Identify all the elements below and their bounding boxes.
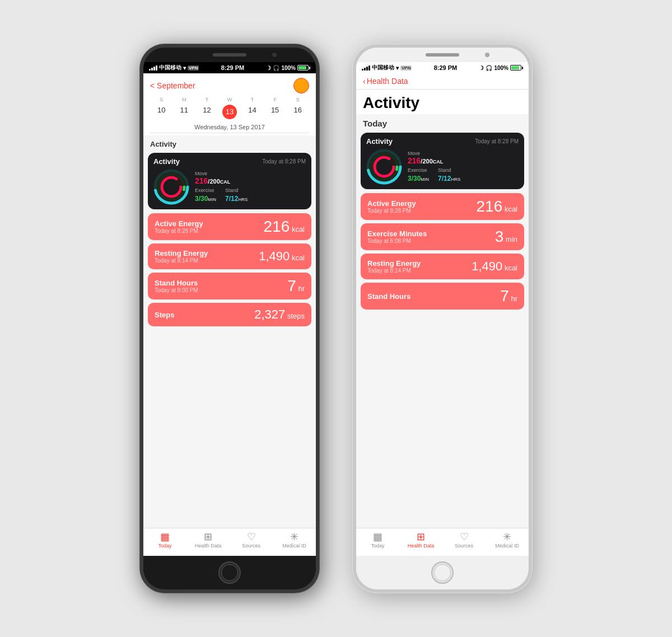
- camera-light: [485, 53, 489, 57]
- medical-id-label-dark: Medical ID: [282, 543, 306, 549]
- stand-stat-light: Stand 7/12HRS: [438, 167, 460, 183]
- today-section-label: Today: [356, 114, 529, 130]
- data-card-stand-hours-light[interactable]: Stand Hours 7 hr: [361, 283, 524, 310]
- wifi-icon-light: ▾: [396, 65, 399, 71]
- tab-medical-id-light[interactable]: ✳ Medical ID: [486, 532, 529, 549]
- health-data-icon-light: ⊞: [417, 532, 425, 542]
- user-avatar[interactable]: [293, 78, 309, 93]
- health-data-label-dark: Health Data: [195, 543, 222, 549]
- scroll-content-dark: Activity Activity Today at 8:28 PM: [143, 135, 316, 528]
- signal-icon: [149, 65, 157, 71]
- scroll-content-light: Today Activity Today at 8:28 PM: [356, 114, 529, 528]
- medical-id-icon-light: ✳: [503, 532, 511, 542]
- move-value-dark: 216/200CAL: [195, 176, 306, 185]
- move-label-light: Move: [408, 151, 519, 156]
- phone-top-light: [356, 48, 529, 62]
- phone-bottom-dark: [143, 556, 316, 589]
- back-chevron-icon: ‹: [363, 77, 366, 86]
- tab-sources-dark[interactable]: ♡ Sources: [230, 532, 273, 549]
- data-card-stand-hours-dark[interactable]: Stand Hours Today at 8:00 PM 7 hr: [148, 273, 311, 299]
- headphones-icon-light: 🎧: [486, 65, 492, 71]
- data-card-active-energy-light[interactable]: Active Energy Today at 8:28 PM 216 kcal: [361, 193, 524, 220]
- today-label-dark: Today: [158, 543, 171, 549]
- speaker-dark: [213, 53, 246, 57]
- dark-phone: 中国移动 ▾ VPN 8:29 PM ☽ 🎧 100% < September: [140, 44, 319, 593]
- status-bar-light: 中国移动 ▾ VPN 8:29 PM ☽ 🎧 100%: [356, 62, 529, 73]
- light-phone: 中国移动 ▾ VPN 8:29 PM ☽ 🎧 100% ‹ Health Dat…: [353, 44, 532, 593]
- sources-label-dark: Sources: [242, 543, 260, 549]
- moon-icon-light: ☽: [479, 65, 484, 71]
- stand-stat-dark: Stand 7/12HRS: [225, 188, 248, 203]
- battery-pct-light: 100%: [494, 65, 508, 71]
- vpn-badge-light: VPN: [400, 65, 412, 71]
- battery-icon-dark: [297, 65, 310, 71]
- speaker-light: [426, 53, 459, 57]
- medical-id-icon-dark: ✳: [290, 532, 298, 542]
- activity-rings-light: [366, 149, 402, 185]
- carrier-dark: 中国移动: [159, 64, 181, 72]
- battery-icon-light: [510, 65, 523, 71]
- activity-section-label-dark: Activity: [143, 135, 316, 151]
- sources-icon-light: ♡: [460, 532, 469, 542]
- tab-health-data-light[interactable]: ⊞ Health Data: [399, 532, 442, 549]
- health-data-icon-dark: ⊞: [204, 532, 212, 542]
- today-icon-dark: ▦: [160, 532, 170, 542]
- activity-card-title-light: Activity: [366, 137, 393, 146]
- moon-icon: ☽: [266, 65, 271, 71]
- activity-card-title-dark: Activity: [153, 157, 180, 166]
- exercise-stat-dark: Exercise 3/30MIN: [195, 188, 216, 203]
- exercise-stat-light: Exercise 3/30MIN: [408, 167, 429, 183]
- activity-rings-dark: [153, 169, 189, 205]
- health-data-label-light: Health Data: [408, 543, 435, 549]
- wifi-icon: ▾: [183, 65, 186, 71]
- tab-today-dark[interactable]: ▦ Today: [143, 532, 186, 549]
- home-button-light[interactable]: [431, 561, 454, 584]
- tab-health-data-dark[interactable]: ⊞ Health Data: [186, 532, 230, 549]
- page-title-light: Activity: [356, 90, 529, 114]
- phone-top-dark: [143, 48, 316, 62]
- calendar-days-header: S M T W T F S: [150, 97, 309, 102]
- time-light: 8:29 PM: [434, 64, 458, 71]
- activity-card-light[interactable]: Activity Today at 8:28 PM: [361, 133, 524, 189]
- move-value-light: 216/200CAL: [408, 156, 519, 165]
- back-label-light: Health Data: [367, 77, 408, 86]
- status-bar-dark: 中国移动 ▾ VPN 8:29 PM ☽ 🎧 100%: [143, 62, 316, 73]
- activity-card-time-dark: Today at 8:28 PM: [262, 158, 306, 165]
- data-card-resting-energy-light[interactable]: Resting Energy Today at 8:14 PM 1,490 kc…: [361, 254, 524, 279]
- back-button-light[interactable]: ‹ Health Data: [363, 77, 522, 86]
- data-card-steps-dark[interactable]: Steps 2,327 steps: [148, 303, 311, 326]
- tab-bar-dark: ▦ Today ⊞ Health Data ♡ Sources ✳ Medica…: [143, 528, 316, 556]
- today-icon-light: ▦: [373, 532, 382, 542]
- calendar-week: 10 11 12 13 14 15 16: [150, 105, 309, 119]
- calendar-nav: < September: [150, 78, 309, 93]
- camera-dark: [272, 53, 277, 57]
- headphones-icon: 🎧: [273, 65, 279, 71]
- battery-pct-dark: 100%: [281, 65, 296, 71]
- screen-light: ‹ Health Data Activity Today Activity To…: [356, 73, 529, 556]
- screen-dark: < September S M T W T F S 10 11 12 13 14…: [143, 73, 316, 556]
- nav-bar-light: ‹ Health Data: [356, 73, 529, 90]
- calendar-header: < September S M T W T F S 10 11 12 13 14…: [143, 73, 316, 135]
- sources-label-light: Sources: [455, 543, 473, 549]
- date-label: Wednesday, 13 Sep 2017: [150, 121, 309, 133]
- data-card-resting-energy-dark[interactable]: Resting Energy Today at 8:14 PM 1,490 kc…: [148, 243, 311, 269]
- phone-bottom-light: [356, 556, 529, 589]
- tab-today-light[interactable]: ▦ Today: [356, 532, 399, 549]
- medical-id-label-light: Medical ID: [495, 543, 519, 549]
- carrier-light: 中国移动: [372, 64, 394, 72]
- tab-sources-light[interactable]: ♡ Sources: [442, 532, 486, 549]
- data-card-active-energy-dark[interactable]: Active Energy Today at 8:28 PM 216 kcal: [148, 213, 311, 240]
- home-button-dark[interactable]: [218, 561, 241, 584]
- activity-card-dark[interactable]: Activity Today at 8:28 PM: [148, 153, 311, 209]
- today-label-light: Today: [371, 543, 384, 549]
- move-label-dark: Move: [195, 171, 306, 176]
- activity-card-time-light: Today at 8:28 PM: [475, 138, 519, 144]
- signal-icon-light: [362, 65, 370, 71]
- tab-medical-id-dark[interactable]: ✳ Medical ID: [273, 532, 316, 549]
- data-card-exercise-minutes-light[interactable]: Exercise Minutes Today at 6:08 PM 3 min: [361, 223, 524, 250]
- calendar-back-button[interactable]: < September: [150, 81, 195, 90]
- tab-bar-light: ▦ Today ⊞ Health Data ♡ Sources ✳ Medica…: [356, 528, 529, 556]
- vpn-badge-dark: VPN: [188, 65, 199, 71]
- time-dark: 8:29 PM: [221, 64, 245, 71]
- sources-icon-dark: ♡: [247, 532, 256, 542]
